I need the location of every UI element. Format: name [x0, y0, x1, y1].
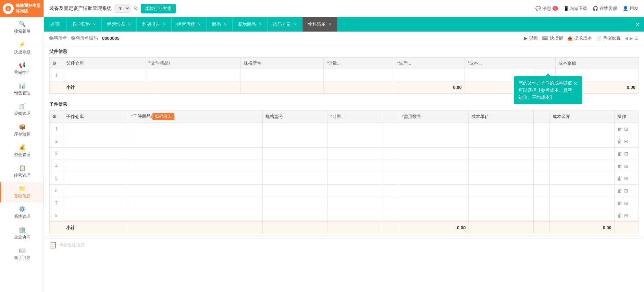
- child-row-1-spec[interactable]: [263, 123, 327, 135]
- child-row-7-warehouse[interactable]: [63, 197, 128, 209]
- close-all-tabs[interactable]: ✕: [631, 21, 644, 28]
- child-row-3-warehouse[interactable]: [63, 148, 128, 160]
- tab-new-goods-close[interactable]: ✕: [259, 22, 262, 27]
- child-row-6-goods[interactable]: [128, 185, 263, 197]
- child-row-5-qty[interactable]: [399, 172, 469, 185]
- tab-home[interactable]: 首页: [44, 17, 67, 32]
- tab-history[interactable]: 经营历程 ✕: [172, 17, 207, 32]
- child-row-2-spec[interactable]: [263, 135, 327, 148]
- tab-customer-close[interactable]: ✕: [93, 22, 96, 27]
- parent-row-1-produce[interactable]: [394, 69, 465, 81]
- sidebar-item-quick-nav[interactable]: ⚡ 快捷导航: [0, 38, 44, 58]
- online-service-action[interactable]: 🎧 在线客服: [593, 5, 617, 12]
- child-row-8-unit[interactable]: [327, 209, 383, 222]
- tab-goods[interactable]: 商品 ✕: [207, 17, 233, 32]
- child-row-7-copy[interactable]: ⊞: [624, 200, 628, 206]
- settings-icon[interactable]: ⚙: [133, 5, 138, 12]
- prev-page[interactable]: ◀: [625, 36, 628, 41]
- sidebar-item-finance[interactable]: 💰 资金管理: [0, 141, 44, 161]
- child-row-4-spec[interactable]: [263, 160, 327, 172]
- sidebar-item-basic-info[interactable]: 📁 基础信息: [0, 182, 44, 202]
- child-row-2-copy[interactable]: ⊞: [624, 139, 628, 144]
- tab-barcode-close[interactable]: ✕: [294, 22, 297, 27]
- child-row-4-unit-cost[interactable]: [469, 160, 533, 172]
- tab-operation-status-close[interactable]: ✕: [128, 22, 131, 27]
- sidebar-item-guide[interactable]: 📖 新手引导: [0, 244, 44, 264]
- trial-btn[interactable]: 体验行业方案: [141, 4, 176, 13]
- tab-customer[interactable]: 客户联络 ✕: [67, 17, 102, 32]
- user-action[interactable]: 👤 用友: [623, 5, 639, 12]
- child-row-4-warehouse[interactable]: [63, 160, 128, 172]
- app-download-action[interactable]: 📱 App下载: [564, 5, 587, 12]
- parent-row-1-spec[interactable]: [241, 69, 323, 81]
- child-row-5-spec[interactable]: [263, 172, 327, 185]
- message-action[interactable]: 💬 消息 6: [535, 5, 558, 12]
- child-row-6-copy[interactable]: ⊞: [624, 188, 628, 194]
- tab-barcode[interactable]: 条码方案 ✕: [268, 17, 302, 32]
- child-row-7-goods[interactable]: [128, 197, 263, 209]
- child-row-1-warehouse[interactable]: [63, 123, 128, 135]
- child-row-1-copy[interactable]: ⊞: [624, 126, 628, 132]
- tab-bom[interactable]: 物料清单 ✕: [302, 17, 337, 32]
- child-row-7-delete[interactable]: 🗑: [617, 200, 622, 206]
- child-row-1-qty[interactable]: [399, 123, 469, 135]
- child-row-2-goods[interactable]: [128, 135, 263, 148]
- child-row-6-unit-cost[interactable]: [469, 185, 533, 197]
- parent-row-1-goods[interactable]: [146, 69, 241, 81]
- child-row-2-delete[interactable]: 🗑: [617, 139, 622, 144]
- child-row-5-unit-cost[interactable]: [469, 172, 533, 185]
- child-row-4-copy[interactable]: ⊞: [624, 163, 628, 169]
- scan-btn[interactable]: 扫码录入: [152, 113, 174, 120]
- child-row-6-spec[interactable]: [263, 185, 327, 197]
- extract-cost-btn[interactable]: 📥 提取成本: [567, 35, 592, 41]
- child-row-3-spec[interactable]: [263, 148, 327, 160]
- child-row-5-goods[interactable]: [128, 172, 263, 185]
- sidebar-item-system[interactable]: ⚙️ 系统管理: [0, 202, 44, 223]
- child-row-8-goods[interactable]: [128, 209, 263, 222]
- next-page[interactable]: ▶: [630, 36, 633, 41]
- child-row-1-goods[interactable]: [128, 123, 263, 135]
- child-row-1-delete[interactable]: 🗑: [617, 126, 622, 132]
- child-row-1-unit-cost[interactable]: [469, 123, 533, 135]
- child-row-1-unit[interactable]: [327, 123, 383, 135]
- child-row-7-qty[interactable]: [399, 197, 469, 209]
- tab-new-goods[interactable]: 新增商品 ✕: [233, 17, 268, 32]
- sidebar-item-inventory[interactable]: 📦 库存核算: [0, 120, 44, 141]
- child-row-2-qty[interactable]: [399, 135, 469, 148]
- gear-icon[interactable]: ⚙: [52, 61, 57, 66]
- sidebar-item-search[interactable]: 🔍 搜索菜单: [0, 17, 44, 38]
- child-row-5-unit[interactable]: [327, 172, 383, 185]
- shortcut-btn[interactable]: ⌨ 快捷键: [542, 35, 563, 41]
- child-row-4-unit[interactable]: [327, 160, 383, 172]
- child-row-8-unit-cost[interactable]: [469, 209, 533, 222]
- parent-row-1-warehouse[interactable]: [63, 69, 146, 81]
- child-row-8-delete[interactable]: 🗑: [617, 213, 622, 218]
- child-row-2-warehouse[interactable]: [63, 135, 128, 148]
- grid-view[interactable]: ☰: [634, 36, 639, 41]
- sidebar-item-sales[interactable]: 📊 销售管理: [0, 79, 44, 100]
- child-row-8-warehouse[interactable]: [63, 209, 128, 222]
- single-settings-btn[interactable]: 📄 单据设置: [596, 35, 621, 41]
- child-row-8-spec[interactable]: [263, 209, 327, 222]
- sidebar-item-purchase[interactable]: 🛒 采购管理: [0, 100, 44, 120]
- child-row-3-unit-cost[interactable]: [469, 148, 533, 160]
- child-row-6-unit[interactable]: [327, 185, 383, 197]
- child-row-7-unit-cost[interactable]: [469, 197, 533, 209]
- child-row-8-copy[interactable]: ⊞: [624, 213, 628, 218]
- child-row-3-qty[interactable]: [399, 148, 469, 160]
- system-selector[interactable]: ▼: [114, 4, 131, 13]
- child-row-4-goods[interactable]: [128, 160, 263, 172]
- child-row-6-delete[interactable]: 🗑: [617, 188, 622, 194]
- child-row-6-warehouse[interactable]: [63, 185, 128, 197]
- sidebar-item-enterprise[interactable]: 🏢 企业协同: [0, 223, 44, 244]
- tab-profit-close[interactable]: ✕: [163, 22, 166, 27]
- sidebar-item-marketing[interactable]: 📢 营销推广: [0, 58, 44, 79]
- tooltip-close[interactable]: ✕: [573, 80, 578, 87]
- child-row-7-unit[interactable]: [327, 197, 383, 209]
- tab-goods-close[interactable]: ✕: [224, 22, 227, 27]
- child-row-4-qty[interactable]: [399, 160, 469, 172]
- child-row-5-delete[interactable]: 🗑: [617, 176, 622, 181]
- sidebar-item-operation[interactable]: 📋 经营管理: [0, 161, 44, 182]
- child-row-4-delete[interactable]: 🗑: [617, 163, 622, 169]
- child-row-5-copy[interactable]: ⊞: [624, 176, 628, 181]
